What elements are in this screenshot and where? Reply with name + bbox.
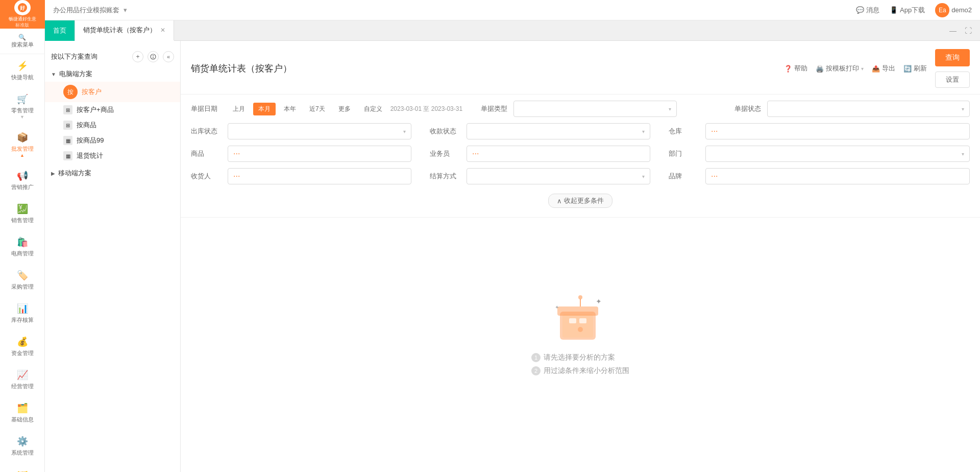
query-button[interactable]: 查询: [935, 49, 970, 66]
tree-item-by-customer-product[interactable]: ⊞ 按客户+商品: [45, 102, 180, 117]
system-icon: ⚙️: [17, 436, 28, 447]
order-status-arrow: ▾: [962, 106, 964, 112]
receipt-status-select[interactable]: ▾: [467, 123, 650, 139]
sidebar-label-inventory: 库存核算: [11, 316, 34, 324]
sidebar-item-system[interactable]: ⚙️ 系统管理: [0, 430, 45, 463]
date-btn-7days[interactable]: 近7天: [304, 103, 330, 115]
order-status-select[interactable]: ▾: [767, 101, 970, 117]
sidebar-label-sales: 销售管理: [11, 217, 34, 224]
tab-sales-stats[interactable]: 销货单统计表（按客户） ✕: [75, 20, 174, 41]
warehouse-label: 仓库: [669, 127, 697, 136]
export-button[interactable]: 📤 导出: [872, 64, 895, 73]
date-btn-more[interactable]: 更多: [333, 103, 356, 115]
sidebar-item-sales[interactable]: 💹 销售管理: [0, 197, 45, 230]
sidebar-item-quick-nav[interactable]: ⚡ 快捷导航: [0, 54, 45, 87]
page-actions: ❓ 帮助 🖨️ 按模板打印 ▾ 📤 导出 🔄 刷新: [784, 49, 970, 88]
receiver-input[interactable]: ···: [228, 168, 411, 184]
logo[interactable]: 好 畅捷通好生意 标准版: [0, 0, 45, 29]
svg-point-10: [578, 327, 583, 332]
tab-home[interactable]: 首页: [45, 20, 75, 41]
sidebar-label-finance: 资金管理: [11, 349, 34, 357]
tree-item-return-stats[interactable]: ▦ 退货统计: [45, 148, 180, 163]
sidebar-item-search-menu[interactable]: 🔍 搜索菜单: [0, 29, 45, 54]
tree-item-by-customer[interactable]: 按 按客户: [45, 82, 180, 102]
brand-input[interactable]: ···: [705, 168, 970, 184]
date-btn-custom[interactable]: 自定义: [359, 103, 387, 115]
out-status-select[interactable]: ▾: [228, 123, 411, 139]
filter-row-3: 商品 ··· 业务员 ··· 部门 ▾: [191, 146, 970, 162]
order-status-label: 单据状态: [734, 104, 763, 113]
sidebar-item-operation[interactable]: 📈 经营管理: [0, 363, 45, 396]
app-download-button[interactable]: 📱 App下载: [890, 6, 925, 15]
user-menu-button[interactable]: Ea demo2: [935, 3, 972, 17]
right-panel: 销货单统计表（按客户） ❓ 帮助 🖨️ 按模板打印 ▾ 📤 导出: [181, 41, 980, 472]
sidebar-item-marketing[interactable]: 📢 营销推广: [0, 164, 45, 197]
refresh-button[interactable]: 🔄 刷新: [903, 64, 927, 73]
help-button[interactable]: ❓ 帮助: [784, 64, 807, 73]
message-label: 消息: [866, 6, 879, 15]
collapse-arrow-icon: ∧: [557, 197, 562, 205]
topbar-left: 办公用品行业模拟账套 ▾: [53, 6, 127, 15]
empty-text: 1 请先选择要分析的方案 2 用过滤条件来缩小分析范围: [531, 353, 629, 375]
department-arrow: ▾: [962, 151, 964, 157]
tree-item-label-by-customer-product: 按客户+商品: [77, 105, 114, 114]
svg-text:好: 好: [19, 5, 26, 11]
template-print-label: 按模板打印: [826, 64, 859, 73]
date-range-display: 2023-03-01 至 2023-03-31: [390, 105, 462, 113]
date-btn-this-year[interactable]: 本年: [279, 103, 301, 115]
purchase-icon: 🏷️: [17, 270, 28, 281]
template-print-button[interactable]: 🖨️ 按模板打印 ▾: [816, 64, 864, 73]
salesperson-input[interactable]: ···: [467, 146, 650, 162]
sidebar-item-finance[interactable]: 💰 资金管理: [0, 330, 45, 363]
collapse-panel-button[interactable]: «: [163, 51, 174, 62]
sidebar-item-enterprise[interactable]: 🤝 企业协同: [0, 463, 45, 472]
tab-close-icon[interactable]: ✕: [160, 27, 165, 34]
settings-button[interactable]: 设置: [935, 72, 970, 88]
tree-section-desktop[interactable]: ▼ 电脑端方案: [45, 66, 180, 82]
svg-rect-6: [562, 314, 593, 338]
empty-state: ✦ ✦ 1 请先选择要分析的方案 2 用过滤条件来缩小分析范围: [181, 218, 980, 472]
product-input[interactable]: ···: [228, 146, 411, 162]
svg-rect-9: [579, 318, 586, 323]
sidebar-item-inventory[interactable]: 📊 库存核算: [0, 297, 45, 330]
empty-hint-1: 1 请先选择要分析的方案: [531, 353, 615, 362]
sidebar-label-system: 系统管理: [11, 449, 34, 457]
sidebar-item-wholesale[interactable]: 📦 批发管理 ▲: [0, 126, 45, 164]
sidebar-label-quick: 快捷导航: [11, 74, 34, 81]
scheme-icon-bar2: ▦: [63, 151, 72, 160]
sidebar-label-operation: 经营管理: [11, 383, 34, 390]
date-btn-this-month[interactable]: 本月: [253, 103, 276, 115]
svg-point-12: [578, 295, 582, 299]
tab-minimize-icon[interactable]: —: [949, 27, 957, 35]
app-download-label: App下载: [900, 6, 925, 15]
tree-item-by-product-99[interactable]: ▦ 按商品99: [45, 133, 180, 148]
order-type-select[interactable]: ▾: [513, 101, 677, 117]
active-scheme-indicator: 按: [63, 85, 78, 99]
sidebar-item-purchase[interactable]: 🏷️ 采购管理: [0, 264, 45, 297]
svg-point-3: [153, 55, 154, 56]
date-btn-last-month[interactable]: 上月: [228, 103, 250, 115]
operation-icon: 📈: [17, 369, 28, 381]
sidebar-item-ecommerce[interactable]: 🛍️ 电商管理: [0, 230, 45, 264]
sidebar-item-basic[interactable]: 🗂️ 基础信息: [0, 396, 45, 430]
collapse-more-button[interactable]: ∧ 收起更多条件: [548, 194, 612, 208]
sales-icon: 💹: [17, 203, 28, 215]
edit-scheme-button[interactable]: [148, 51, 159, 62]
svg-rect-7: [557, 306, 598, 316]
tree-item-by-product[interactable]: ⊞ 按商品: [45, 117, 180, 133]
product-label: 商品: [191, 149, 219, 158]
settlement-select[interactable]: ▾: [467, 168, 650, 184]
tree-item-label-return-stats: 退货统计: [77, 151, 103, 160]
department-select[interactable]: ▾: [705, 146, 970, 162]
add-scheme-button[interactable]: +: [132, 51, 143, 62]
tab-maximize-icon[interactable]: ⛶: [965, 27, 972, 35]
inventory-icon: 📊: [17, 303, 28, 314]
warehouse-input[interactable]: ···: [705, 123, 970, 139]
sidebar-item-retail[interactable]: 🛒 零售管理 ▼: [0, 87, 45, 126]
message-button[interactable]: 💬 消息: [856, 6, 879, 15]
tab-home-label: 首页: [53, 26, 66, 35]
tree-section-mobile[interactable]: ▶ 移动端方案: [45, 166, 180, 181]
print-icon: 🖨️: [816, 65, 824, 73]
topbar-dropdown-icon[interactable]: ▾: [124, 6, 127, 14]
department-label: 部门: [669, 149, 697, 158]
